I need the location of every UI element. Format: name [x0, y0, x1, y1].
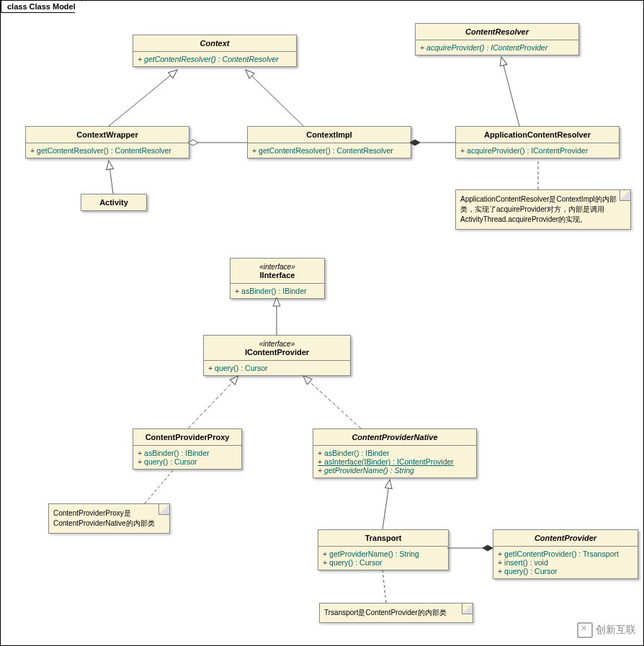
class-op: asBinder() : IBinder — [318, 449, 472, 457]
class-name: ApplicationContentResolver — [484, 130, 591, 139]
class-op: getProviderName() : String — [318, 466, 472, 475]
class-ApplicationContentResolver: ApplicationContentResolver acquireProvid… — [455, 126, 620, 158]
class-ContentResolver: ContentResolver acquireProvider() : ICon… — [415, 23, 579, 55]
diagram-title-tab: class Class Model — [1, 1, 82, 13]
class-op: getContentResolver() : ContentResolver — [138, 55, 292, 63]
class-ContextImpl: ContextImpl getContentResolver() : Conte… — [247, 126, 411, 158]
class-name: ContentProviderNative — [352, 433, 437, 441]
class-Transport: Transport getProviderName() : String que… — [318, 529, 449, 570]
diagram-title: class Class Model — [7, 2, 76, 11]
class-IContentProvider: «interface»IContentProvider query() : Cu… — [203, 335, 351, 376]
note-app-resolver: ApplicationContentResolver是ContextImpl的内… — [455, 189, 631, 230]
class-op: query() : Cursor — [138, 457, 237, 466]
class-name: Activity — [99, 198, 128, 207]
class-name: IInterface — [260, 271, 295, 279]
class-op: asInterface(IBinder) : IContentProvider — [318, 457, 472, 466]
watermark: ✕ 创新互联 — [577, 622, 636, 638]
class-op: acquireProvider() : IContentProvider — [420, 43, 574, 52]
class-name: ContextWrapper — [76, 130, 138, 139]
stereotype: «interface» — [259, 340, 295, 348]
class-op: acquireProvider() : IContentProvider — [460, 146, 614, 155]
class-op: getContentResolver() : ContentResolver — [30, 146, 184, 155]
note-proxy: ContentProviderProxy是ContentProviderNati… — [48, 503, 170, 534]
class-op: asBinder() : IBinder — [138, 449, 237, 457]
class-op: insert() : void — [498, 558, 633, 567]
class-op: getContentResolver() : ContentResolver — [252, 146, 406, 155]
class-name: Context — [200, 39, 230, 48]
watermark-icon: ✕ — [577, 622, 593, 638]
class-ContextWrapper: ContextWrapper getContentResolver() : Co… — [25, 126, 189, 158]
class-op: getProviderName() : String — [323, 549, 444, 558]
note-transport: Trsansport是ContentProvider的内部类 — [319, 603, 473, 623]
class-name: ContentProvider — [535, 534, 596, 542]
class-ContentProvider: ContentProvider getIContentProvider() : … — [493, 529, 638, 579]
class-name: ContextImpl — [306, 130, 352, 139]
class-op: query() : Cursor — [498, 567, 633, 575]
class-name: ContentProviderProxy — [146, 433, 230, 441]
watermark-text: 创新互联 — [596, 624, 636, 635]
class-name: Transport — [365, 534, 402, 542]
stereotype: «interface» — [259, 263, 295, 271]
class-ContentProviderNative: ContentProviderNative asBinder() : IBind… — [313, 429, 477, 478]
class-Activity: Activity — [81, 194, 147, 211]
class-op: asBinder() : IBinder — [235, 287, 320, 295]
class-Context: Context getContentResolver() : ContentRe… — [133, 35, 297, 67]
class-op: query() : Cursor — [323, 558, 444, 567]
class-name: IContentProvider — [245, 348, 309, 356]
class-IInterface: «interface»IInterface asBinder() : IBind… — [230, 258, 325, 299]
class-ContentProviderProxy: ContentProviderProxy asBinder() : IBinde… — [133, 429, 242, 470]
class-name: ContentResolver — [465, 27, 529, 36]
class-op: getIContentProvider() : Trsansport — [498, 549, 633, 558]
class-op: query() : Cursor — [208, 364, 346, 372]
